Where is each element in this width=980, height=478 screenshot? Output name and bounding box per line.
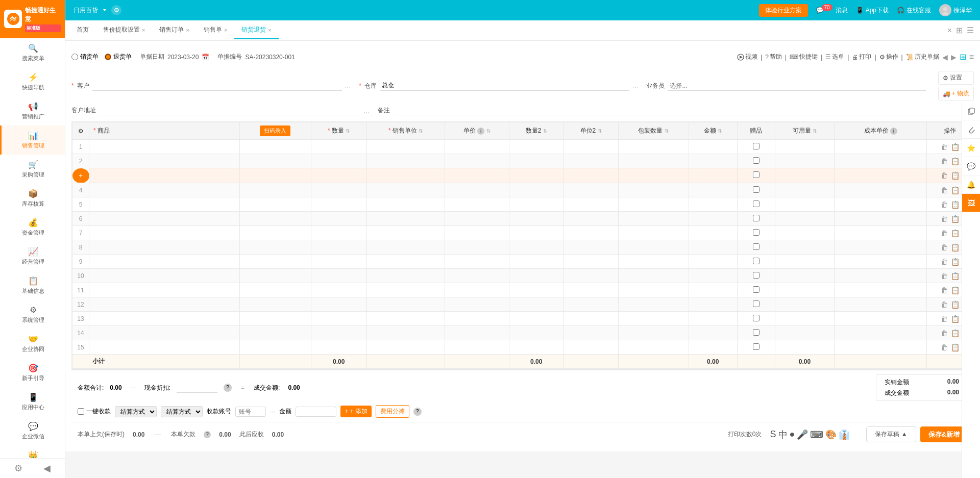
qty-cell[interactable]	[311, 140, 366, 154]
gift-checkbox[interactable]	[753, 229, 760, 236]
calendar-icon[interactable]: 📅	[202, 54, 209, 61]
delete-row-icon[interactable]: 🗑	[941, 143, 948, 151]
price-cell[interactable]	[445, 140, 509, 154]
tab-expand[interactable]: ⊞	[954, 23, 965, 37]
scan-button[interactable]: 扫码录入	[260, 125, 290, 136]
copy-row-icon[interactable]: 📋	[951, 143, 960, 151]
copy-row-icon[interactable]: 📋	[951, 243, 960, 251]
float-btn-copy[interactable]	[962, 102, 980, 120]
unit-sort-icon[interactable]: ⇅	[419, 128, 423, 134]
copy-row-icon[interactable]: 📋	[951, 258, 960, 266]
delete-row-icon[interactable]: 🗑	[941, 300, 948, 309]
gift-checkbox[interactable]	[753, 157, 760, 164]
experience-button[interactable]: 体验行业方案	[759, 4, 808, 17]
staff-input[interactable]	[668, 81, 925, 91]
grid-view-btn[interactable]: ⊞	[960, 52, 966, 62]
product-cell[interactable]	[89, 140, 240, 154]
sidebar-item-system[interactable]: ⚙ 系统管理	[0, 300, 65, 329]
gift-checkbox[interactable]	[753, 315, 760, 321]
cost-cell[interactable]	[835, 140, 927, 154]
gift-cell[interactable]	[737, 154, 775, 168]
online-service-group[interactable]: 🎧 在线客服	[897, 6, 931, 15]
copy-row-icon[interactable]: 📋	[951, 300, 960, 309]
table-gear-header[interactable]: ⚙	[72, 122, 89, 140]
tab-sales-bill[interactable]: 销售单 ×	[197, 21, 234, 39]
sidebar-item-apps[interactable]: 📱 应用中心	[0, 387, 65, 416]
cost-cell[interactable]	[835, 154, 927, 168]
sidebar-item-wechat[interactable]: 💬 企业微信	[0, 416, 65, 445]
tab-home[interactable]: 首页	[69, 21, 96, 39]
float-btn-attach[interactable]	[962, 120, 980, 139]
logistics-button[interactable]: 🚚 + 物流	[938, 87, 974, 100]
delete-row-icon[interactable]: 🗑	[941, 343, 948, 351]
sidebar-item-marketing[interactable]: 📢 营销推广	[0, 96, 65, 125]
sidebar-item-enterprise[interactable]: 🤝 企业协同	[0, 329, 65, 358]
taskbar-icon-2[interactable]: 中	[778, 429, 788, 441]
qty2-cell[interactable]	[509, 168, 564, 183]
topbar-settings-icon[interactable]: ⚙	[111, 5, 121, 15]
taskbar-icon-1[interactable]: S	[770, 429, 776, 440]
expense-split-button[interactable]: 费用分摊	[376, 405, 409, 418]
collapse-footer-icon[interactable]: ◀	[43, 463, 51, 474]
copy-row-icon[interactable]: 📋	[951, 200, 960, 209]
price-cell[interactable]	[445, 154, 509, 168]
unit2-cell[interactable]	[564, 168, 618, 183]
qty2-cell[interactable]	[509, 154, 564, 168]
tab-close-all[interactable]: ×	[945, 24, 954, 37]
save-new-button[interactable]: 保存&新增	[920, 426, 968, 442]
video-btn[interactable]: 视频	[737, 53, 757, 61]
notification-group[interactable]: 💬 70 消息	[816, 6, 848, 15]
gift-checkbox[interactable]	[753, 243, 760, 250]
sidebar-item-basic-info[interactable]: 📋 基础信息	[0, 271, 65, 300]
delete-row-icon[interactable]: 🗑	[941, 186, 948, 194]
sidebar-item-search[interactable]: 🔍 搜索菜单	[0, 38, 65, 67]
tab-sales-return-close[interactable]: ×	[268, 27, 271, 33]
gift-cell[interactable]	[737, 168, 775, 183]
float-btn-star[interactable]: ⭐	[962, 139, 980, 157]
unit2-cell[interactable]	[564, 140, 618, 154]
app-download-group[interactable]: 📱 App下载	[856, 6, 889, 15]
qty2-cell[interactable]	[509, 140, 564, 154]
gift-checkbox[interactable]	[753, 171, 760, 178]
discount-input[interactable]	[177, 383, 217, 393]
cost-cell[interactable]	[835, 168, 927, 183]
unit-cell[interactable]	[366, 140, 445, 154]
delete-row-icon[interactable]: 🗑	[941, 157, 948, 165]
warehouse-dots[interactable]: ...	[632, 82, 639, 90]
table-scan-header[interactable]: 扫码录入	[240, 122, 311, 140]
taskbar-icon-5[interactable]: ⌨	[810, 429, 823, 440]
copy-row-icon[interactable]: 📋	[951, 343, 960, 351]
copy-row-icon[interactable]: 📋	[951, 215, 960, 223]
float-btn-notify[interactable]: 🔔	[962, 175, 980, 194]
product-input-active[interactable]	[92, 172, 236, 179]
add-payment-button[interactable]: + + 添加	[340, 406, 372, 417]
sidebar-item-purchase[interactable]: 🛒 采购管理	[0, 155, 65, 184]
sidebar-item-finance[interactable]: 💰 资金管理	[0, 213, 65, 242]
radio-return-bill[interactable]: 退货单	[105, 53, 132, 61]
tab-price-close[interactable]: ×	[142, 27, 145, 33]
history-btn[interactable]: 📜 历史单据	[906, 53, 939, 61]
settings-button[interactable]: ⚙ 设置	[938, 71, 974, 85]
one-click-payment-check[interactable]: 一键收款	[78, 407, 111, 416]
delete-row-icon[interactable]: 🗑	[941, 272, 948, 280]
copy-row-icon[interactable]: 📋	[951, 329, 960, 337]
save-draft-button[interactable]: 保存草稿 ▲	[866, 426, 916, 442]
list-view-btn[interactable]: ≡	[969, 53, 974, 62]
amount-bottom-input[interactable]	[296, 407, 336, 417]
amount-sort-icon[interactable]: ⇅	[718, 128, 722, 134]
sidebar-item-member[interactable]: 👑 畅会员	[0, 445, 65, 458]
settings-footer-icon[interactable]: ⚙	[14, 463, 22, 474]
expense-help-icon[interactable]: ?	[413, 408, 422, 416]
sidebar-item-sales[interactable]: 📊 销售管理	[0, 125, 65, 155]
address-input[interactable]	[99, 106, 360, 115]
gift-checkbox[interactable]	[753, 272, 760, 279]
copy-row-icon[interactable]: 📋	[951, 157, 960, 165]
radio-return-input[interactable]	[105, 54, 111, 60]
unit2-cell[interactable]	[564, 154, 618, 168]
delete-row-icon[interactable]: 🗑	[941, 243, 948, 251]
address-dots[interactable]: ...	[363, 107, 370, 115]
gift-checkbox[interactable]	[753, 329, 760, 336]
select-btn[interactable]: ☰ 选单	[825, 53, 844, 61]
delete-row-icon[interactable]: 🗑	[941, 171, 948, 180]
delete-row-icon[interactable]: 🗑	[941, 229, 948, 237]
